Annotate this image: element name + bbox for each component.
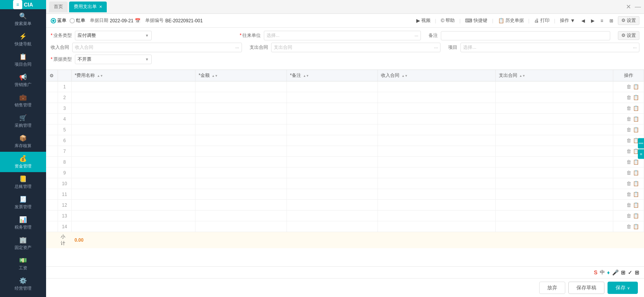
side-tab-1[interactable]: ║ bbox=[638, 138, 644, 148]
cell-expense-name-13[interactable] bbox=[71, 211, 195, 221]
toolbar-btn-print[interactable]: 🖨 打印 bbox=[533, 17, 551, 25]
copy-icon-3[interactable]: 📋 bbox=[633, 105, 639, 111]
delete-icon-13[interactable]: 🗑 bbox=[626, 213, 631, 219]
tab-home[interactable]: 首页 bbox=[49, 2, 68, 12]
cell-expense-contract-7[interactable] bbox=[495, 146, 613, 157]
footer-icon-grid[interactable]: ⊞ bbox=[621, 269, 626, 275]
cell-expense-name-10[interactable] bbox=[71, 178, 195, 189]
sidebar-item-quick-nav[interactable]: ⚡ 快捷导航 bbox=[0, 30, 46, 50]
copy-icon-1[interactable]: 📋 bbox=[633, 84, 639, 90]
delete-icon-7[interactable]: 🗑 bbox=[626, 148, 631, 154]
counterpart-dots[interactable]: ··· bbox=[414, 33, 418, 38]
income-contract-dots[interactable]: ··· bbox=[235, 45, 239, 50]
cell-amount-5[interactable] bbox=[195, 124, 287, 135]
window-minimize-icon[interactable]: — bbox=[635, 3, 641, 10]
amount-sort[interactable]: ▲▼ bbox=[212, 74, 218, 78]
cell-expense-name-6[interactable] bbox=[71, 135, 195, 146]
cell-note-14[interactable] bbox=[286, 221, 378, 232]
cell-amount-3[interactable] bbox=[195, 103, 287, 114]
cell-expense-contract-4[interactable] bbox=[495, 114, 613, 124]
cell-income-contract-5[interactable] bbox=[378, 124, 495, 135]
footer-icon-check[interactable]: ✓ bbox=[628, 269, 632, 275]
tab-expense-bill[interactable]: 费用支出单 ✕ bbox=[69, 2, 107, 12]
copy-icon-2[interactable]: 📋 bbox=[633, 95, 639, 100]
copy-icon-14[interactable]: 📋 bbox=[633, 224, 639, 229]
cell-note-12[interactable] bbox=[286, 200, 378, 211]
copy-icon-5[interactable]: 📋 bbox=[633, 127, 639, 133]
cell-income-contract-8[interactable] bbox=[378, 157, 495, 168]
save-draft-button[interactable]: 保存草稿 bbox=[568, 282, 604, 294]
copy-icon-11[interactable]: 📋 bbox=[633, 191, 639, 197]
cell-note-1[interactable] bbox=[286, 81, 378, 92]
cell-note-8[interactable] bbox=[286, 157, 378, 168]
sidebar-item-basic-info[interactable]: 📌 基础信息 bbox=[0, 294, 46, 297]
cell-expense-name-3[interactable] bbox=[71, 103, 195, 114]
delete-icon-6[interactable]: 🗑 bbox=[626, 138, 631, 143]
th-amount[interactable]: *金额 ▲▼ bbox=[195, 70, 287, 81]
cell-income-contract-14[interactable] bbox=[378, 221, 495, 232]
cell-expense-name-12[interactable] bbox=[71, 200, 195, 211]
counterpart-input[interactable]: 选择... ··· bbox=[264, 31, 421, 40]
radio-red-bill[interactable]: 红单 bbox=[70, 17, 85, 24]
footer-icon-dot[interactable]: ♦ bbox=[607, 269, 610, 275]
copy-icon-10[interactable]: 📋 bbox=[633, 181, 639, 186]
cell-note-10[interactable] bbox=[286, 178, 378, 189]
delete-icon-3[interactable]: 🗑 bbox=[626, 105, 631, 111]
footer-icon-apps[interactable]: ⊞ bbox=[635, 269, 639, 275]
toolbar-view-grid[interactable]: ⊞ bbox=[608, 17, 615, 24]
cell-expense-contract-13[interactable] bbox=[495, 211, 613, 221]
copy-icon-8[interactable]: 📋 bbox=[633, 159, 639, 165]
cell-note-6[interactable] bbox=[286, 135, 378, 146]
sidebar-item-project-contract[interactable]: 📋 项目合同 bbox=[0, 50, 46, 70]
th-income-contract[interactable]: 收入合同 ▲▼ bbox=[378, 70, 495, 81]
toolbar-nav-next[interactable]: ▶ bbox=[589, 17, 596, 24]
cell-amount-13[interactable] bbox=[195, 211, 287, 221]
cell-expense-name-9[interactable] bbox=[71, 168, 195, 178]
toolbar-btn-history[interactable]: 📋 历史单据 bbox=[497, 17, 525, 25]
sidebar-item-purchase-mgmt[interactable]: 🛒 采购管理 bbox=[0, 111, 46, 131]
cell-amount-2[interactable] bbox=[195, 92, 287, 103]
th-settings[interactable]: ⚙ bbox=[46, 70, 58, 81]
cell-expense-contract-10[interactable] bbox=[495, 178, 613, 189]
copy-icon-4[interactable]: 📋 bbox=[633, 116, 639, 122]
toolbar-btn-operations[interactable]: 操作 ▼ bbox=[558, 17, 577, 25]
cell-amount-8[interactable] bbox=[195, 157, 287, 168]
delete-icon-9[interactable]: 🗑 bbox=[626, 170, 631, 176]
cell-expense-name-2[interactable] bbox=[71, 92, 195, 103]
cell-income-contract-11[interactable] bbox=[378, 189, 495, 200]
cell-amount-1[interactable] bbox=[195, 81, 287, 92]
cell-note-5[interactable] bbox=[286, 124, 378, 135]
expense-contract-dots[interactable]: ··· bbox=[434, 45, 438, 50]
cell-expense-name-5[interactable] bbox=[71, 124, 195, 135]
footer-icon-mic[interactable]: 🎤 bbox=[612, 269, 619, 275]
cell-note-13[interactable] bbox=[286, 211, 378, 221]
toolbar-view-list[interactable]: ≡ bbox=[599, 17, 605, 24]
expense-contract-input[interactable]: 支出合同 ··· bbox=[271, 43, 441, 52]
note-input[interactable] bbox=[441, 31, 610, 40]
delete-icon-14[interactable]: 🗑 bbox=[626, 224, 631, 229]
delete-icon-1[interactable]: 🗑 bbox=[626, 84, 631, 90]
cell-expense-name-8[interactable] bbox=[71, 157, 195, 168]
cell-expense-contract-1[interactable] bbox=[495, 81, 613, 92]
cell-amount-12[interactable] bbox=[195, 200, 287, 211]
discard-button[interactable]: 放弃 bbox=[539, 282, 565, 294]
side-tab-2[interactable]: ≡ bbox=[638, 149, 644, 159]
cell-expense-name-11[interactable] bbox=[71, 189, 195, 200]
note-sort[interactable]: ▲▼ bbox=[303, 74, 309, 78]
cell-expense-contract-11[interactable] bbox=[495, 189, 613, 200]
cell-income-contract-6[interactable] bbox=[378, 135, 495, 146]
cell-amount-11[interactable] bbox=[195, 189, 287, 200]
cell-income-contract-4[interactable] bbox=[378, 114, 495, 124]
project-dots[interactable]: ··· bbox=[633, 45, 637, 50]
cell-note-9[interactable] bbox=[286, 168, 378, 178]
th-expense-contract[interactable]: 支出合同 ▲▼ bbox=[495, 70, 613, 81]
expense-contract-sort[interactable]: ▲▼ bbox=[519, 74, 525, 78]
cell-income-contract-9[interactable] bbox=[378, 168, 495, 178]
cell-amount-7[interactable] bbox=[195, 146, 287, 157]
window-close-icon[interactable]: ✕ bbox=[626, 3, 631, 10]
cell-note-2[interactable] bbox=[286, 92, 378, 103]
delete-icon-11[interactable]: 🗑 bbox=[626, 191, 631, 197]
cell-income-contract-1[interactable] bbox=[378, 81, 495, 92]
cell-note-4[interactable] bbox=[286, 114, 378, 124]
cell-expense-contract-3[interactable] bbox=[495, 103, 613, 114]
